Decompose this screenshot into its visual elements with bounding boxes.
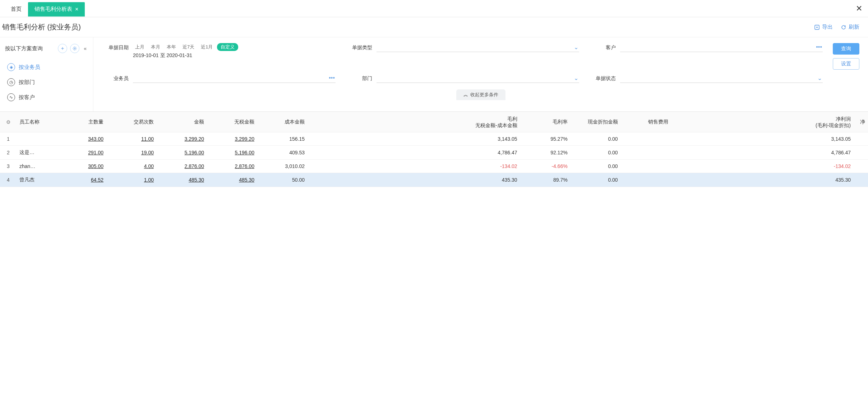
cell-extra: [854, 146, 868, 160]
preset-7d[interactable]: 近7天: [180, 43, 197, 51]
collapse-filters-button[interactable]: ︽ 收起更多条件: [456, 89, 505, 100]
col-margin[interactable]: 毛利率: [520, 112, 571, 132]
cell-txn[interactable]: 4.00: [106, 160, 157, 173]
filter-label-salesperson: 业务员: [102, 74, 129, 82]
more-icon[interactable]: •••: [329, 75, 335, 81]
col-net[interactable]: 净利润(毛利-现金折扣): [671, 112, 854, 132]
page-title: 销售毛利分析 (按业务员): [2, 22, 81, 32]
col-cost[interactable]: 成本金额: [257, 112, 308, 132]
cell-margin: 92.12%: [520, 146, 571, 160]
cell-net: 3,143.05: [671, 132, 854, 146]
date-range[interactable]: 2019-10-01 至 2020-01-31: [133, 52, 336, 59]
cell-amount[interactable]: 3,299.20: [157, 132, 207, 146]
add-scheme-button[interactable]: ＋: [58, 44, 67, 53]
cell-extra: [854, 173, 868, 187]
row-index: 3: [0, 160, 17, 173]
sidebar-item-customer[interactable]: ∿ 按客户: [5, 90, 88, 105]
table-header-row: ⚙ 员工名称 主数量 交易次数 金额 无税金额 成本金额 毛利无税金额-成本金额…: [0, 112, 868, 132]
cell-name: 这是…: [17, 146, 56, 160]
cell-name: 曾凡杰: [17, 173, 56, 187]
svg-point-1: [74, 48, 75, 49]
cell-txn[interactable]: 1.00: [106, 173, 157, 187]
preset-this-year[interactable]: 本年: [165, 43, 178, 51]
tab-home[interactable]: 首页: [4, 2, 28, 17]
table-row[interactable]: 2这是…291.0019.005,196.005,196.00409.534,7…: [0, 146, 868, 160]
gear-icon[interactable]: [70, 44, 79, 53]
cell-gross: 435.30: [308, 173, 520, 187]
customer-input[interactable]: [620, 43, 823, 52]
chart-icon: ∿: [7, 93, 15, 101]
cell-cost: 50.00: [257, 173, 308, 187]
cell-qty[interactable]: 343.00: [56, 132, 106, 146]
preset-custom[interactable]: 自定义: [217, 43, 238, 51]
cell-margin: 95.27%: [520, 132, 571, 146]
col-gross[interactable]: 毛利无税金额-成本金额: [308, 112, 520, 132]
chevron-down-icon[interactable]: ⌄: [574, 44, 578, 51]
date-presets: 上月 本月 本年 近7天 近1月 自定义: [133, 43, 336, 51]
cell-txn[interactable]: 19.00: [106, 146, 157, 160]
doc-status-select[interactable]: [620, 74, 823, 83]
chevron-up-icon: ︽: [463, 92, 468, 98]
filter-label-docstatus: 单据状态: [589, 74, 616, 82]
filter-label-date: 单据日期: [102, 43, 129, 51]
salesperson-input[interactable]: [133, 74, 336, 83]
cell-qty[interactable]: 291.00: [56, 146, 106, 160]
col-amount-notax[interactable]: 无税金额: [207, 112, 257, 132]
cell-cashdisc: 0.00: [571, 146, 621, 160]
col-txn[interactable]: 交易次数: [106, 112, 157, 132]
refresh-button[interactable]: 刷新: [841, 24, 859, 31]
cell-qty[interactable]: 305.00: [56, 160, 106, 173]
cell-gross: -134.02: [308, 160, 520, 173]
chevron-down-icon[interactable]: ⌄: [574, 75, 578, 81]
close-icon[interactable]: ×: [75, 6, 78, 13]
sidebar-item-label: 按业务员: [19, 64, 40, 71]
tab-active[interactable]: 销售毛利分析表 ×: [28, 2, 85, 17]
cell-salesfee: [621, 160, 671, 173]
cell-cashdisc: 0.00: [571, 173, 621, 187]
cell-amount[interactable]: 2,876.00: [157, 160, 207, 173]
col-extra[interactable]: 净: [854, 112, 868, 132]
preset-last-month[interactable]: 上月: [133, 43, 147, 51]
col-cashdisc[interactable]: 现金折扣金额: [571, 112, 621, 132]
row-index: 4: [0, 173, 17, 187]
col-salesfee[interactable]: 销售费用: [621, 112, 671, 132]
query-button[interactable]: 查询: [833, 43, 859, 55]
cell-qty[interactable]: 64.52: [56, 173, 106, 187]
cell-net: 435.30: [671, 173, 854, 187]
cell-extra: [854, 160, 868, 173]
table-row[interactable]: 4曾凡杰64.521.00485.30485.3050.00435.3089.7…: [0, 173, 868, 187]
preset-this-month[interactable]: 本月: [149, 43, 162, 51]
cell-amount[interactable]: 485.30: [157, 173, 207, 187]
collapse-sidebar-icon[interactable]: «: [82, 46, 88, 51]
cell-margin: 89.7%: [520, 173, 571, 187]
cell-net: -134.02: [671, 160, 854, 173]
cell-txn[interactable]: 11.00: [106, 132, 157, 146]
table-row[interactable]: 1343.0011.003,299.203,299.20156.153,143.…: [0, 132, 868, 146]
doc-type-select[interactable]: [377, 43, 579, 52]
cell-name: [17, 132, 56, 146]
settings-button[interactable]: 设置: [833, 58, 859, 70]
tab-home-label: 首页: [11, 6, 22, 13]
sidebar-item-salesperson[interactable]: ◈ 按业务员: [5, 60, 88, 75]
row-index: 2: [0, 146, 17, 160]
preset-1m[interactable]: 近1月: [199, 43, 215, 51]
cell-amount-notax[interactable]: 2,876.00: [207, 160, 257, 173]
col-amount[interactable]: 金额: [157, 112, 207, 132]
cell-amount-notax[interactable]: 5,196.00: [207, 146, 257, 160]
tabs-bar: 首页 销售毛利分析表 × ✕: [0, 0, 868, 17]
more-icon[interactable]: •••: [816, 44, 822, 50]
cell-amount-notax[interactable]: 485.30: [207, 173, 257, 187]
dept-select[interactable]: [377, 74, 579, 83]
cell-amount-notax[interactable]: 3,299.20: [207, 132, 257, 146]
table-row[interactable]: 3zhan…305.004.002,876.002,876.003,010.02…: [0, 160, 868, 173]
clock-icon: ◷: [7, 78, 15, 86]
table-settings-icon[interactable]: ⚙: [0, 112, 17, 132]
chevron-down-icon[interactable]: ⌄: [817, 75, 822, 81]
cell-margin: -4.66%: [520, 160, 571, 173]
export-button[interactable]: 导出: [814, 24, 833, 31]
global-close-icon[interactable]: ✕: [856, 4, 862, 13]
col-name[interactable]: 员工名称: [17, 112, 56, 132]
col-qty[interactable]: 主数量: [56, 112, 106, 132]
sidebar-item-department[interactable]: ◷ 按部门: [5, 75, 88, 90]
cell-amount[interactable]: 5,196.00: [157, 146, 207, 160]
